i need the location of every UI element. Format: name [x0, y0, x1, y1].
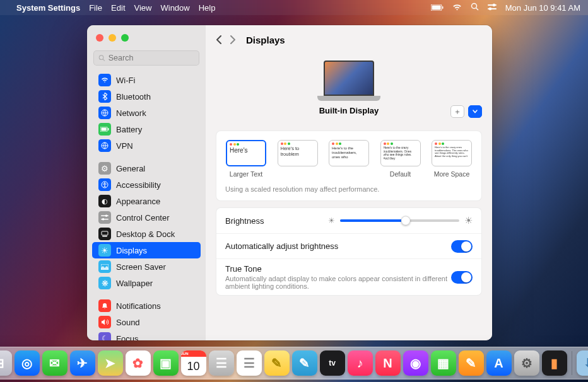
sidebar-item-label: Network: [116, 108, 146, 118]
resolution-panel: Here'sLarger TextHere's to troublemHere'…: [216, 130, 482, 201]
svg-point-8: [488, 7, 491, 10]
svg-point-9: [99, 55, 103, 60]
true-tone-toggle[interactable]: [451, 271, 473, 284]
battery-status-icon[interactable]: [431, 3, 444, 13]
dock-music[interactable]: ♪: [348, 350, 373, 376]
sidebar-item-battery[interactable]: Battery: [92, 121, 201, 137]
sidebar-item-wi-fi[interactable]: Wi-Fi: [92, 72, 201, 88]
resolution-option-label: Default: [380, 170, 421, 178]
resolution-option-2[interactable]: Here's to the troublemakers, ones who: [328, 140, 370, 178]
sidebar-item-sound[interactable]: Sound: [92, 314, 201, 330]
resolution-note: Using a scaled resolution may affect per…: [216, 183, 481, 200]
sidebar-item-general[interactable]: ⚙General: [92, 160, 201, 177]
disp-icon: ☀: [98, 244, 111, 257]
back-button[interactable]: [212, 33, 226, 47]
svg-line-4: [476, 8, 478, 11]
dock-notes[interactable]: ✎: [264, 350, 290, 376]
dock-news[interactable]: N: [375, 350, 401, 376]
dock-contacts[interactable]: ☰: [209, 350, 234, 376]
menu-file[interactable]: File: [89, 3, 102, 13]
brightness-label: Brightness: [225, 216, 328, 226]
true-tone-desc: Automatically adapt display to make colo…: [225, 275, 451, 290]
dd-icon: [98, 228, 111, 240]
close-button[interactable]: [96, 34, 103, 42]
dock-tv[interactable]: tv: [320, 350, 345, 376]
display-dropdown-button[interactable]: [468, 105, 482, 118]
dock-downloads[interactable]: ⬇: [577, 350, 589, 376]
zoom-button[interactable]: [121, 34, 129, 42]
search-icon: [98, 54, 105, 62]
resolution-option-3[interactable]: Here's to the crazy troublemakers. Ones …: [380, 140, 421, 178]
svg-rect-2: [442, 6, 444, 9]
dock-launchpad[interactable]: ⊞: [0, 350, 12, 376]
auto-brightness-toggle[interactable]: [451, 240, 473, 253]
dock-numbers[interactable]: ▦: [431, 350, 456, 376]
svg-rect-14: [108, 128, 109, 130]
svg-rect-1: [432, 5, 440, 9]
true-tone-label: True Tone: [225, 264, 451, 274]
sidebar-item-bluetooth[interactable]: Bluetooth: [92, 88, 201, 105]
cc-icon: [98, 211, 111, 224]
app-icon: ◐: [98, 195, 111, 207]
dock-calendar[interactable]: JUN10: [181, 350, 206, 376]
dock-podcasts[interactable]: ◉: [403, 350, 428, 376]
brightness-slider[interactable]: [340, 219, 459, 222]
search-field[interactable]: [93, 50, 199, 66]
menu-window[interactable]: Window: [160, 3, 189, 13]
sidebar-item-notifications[interactable]: Notifications: [92, 298, 201, 314]
main-pane: Displays Built-in Display ＋ Here'sLarger…: [206, 25, 492, 340]
resolution-option-0[interactable]: Here'sLarger Text: [225, 140, 267, 178]
sidebar-item-focus[interactable]: ☾Focus: [92, 330, 201, 340]
settings-window: Wi-FiBluetoothNetworkBatteryVPN⚙GeneralA…: [87, 25, 492, 340]
dock-safari[interactable]: ◎: [15, 350, 40, 376]
dock-iphonemirror[interactable]: ▮: [542, 350, 567, 376]
page-title: Displays: [246, 35, 285, 45]
control-center-icon[interactable]: [488, 3, 497, 13]
traffic-lights: [87, 25, 206, 50]
dock-freeform[interactable]: ✎: [292, 350, 317, 376]
menu-view[interactable]: View: [134, 3, 152, 13]
dock-appstore[interactable]: A: [486, 350, 512, 376]
sidebar-item-desktop-dock[interactable]: Desktop & Dock: [92, 226, 201, 242]
sidebar-item-displays[interactable]: ☀Displays: [92, 242, 201, 258]
svg-point-3: [471, 4, 476, 9]
dock-reminders[interactable]: ☰: [237, 350, 262, 376]
dock-pages[interactable]: ✎: [459, 350, 484, 376]
dock-settings[interactable]: ⚙: [514, 350, 539, 376]
menubar-app[interactable]: System Settings: [16, 3, 80, 13]
menubar: System Settings File Edit View Window He…: [0, 0, 588, 15]
snd-icon: [98, 316, 111, 328]
dock-messages[interactable]: ✉: [42, 350, 68, 376]
resolution-option-4[interactable]: Here's to the crazy ones troublemakers. …: [431, 140, 473, 178]
dock-facetime[interactable]: ▣: [153, 350, 179, 376]
wifi-status-icon[interactable]: [452, 3, 462, 13]
svg-point-21: [102, 218, 105, 221]
minimize-button[interactable]: [109, 34, 116, 42]
svg-rect-23: [102, 236, 107, 237]
resolution-option-label: Larger Text: [225, 170, 267, 178]
sidebar-item-accessibility[interactable]: Accessibility: [92, 177, 201, 193]
dock-photos[interactable]: ✿: [126, 350, 151, 376]
spotlight-icon[interactable]: [471, 3, 479, 13]
add-display-button[interactable]: ＋: [450, 105, 464, 118]
sidebar-item-label: Sound: [116, 318, 140, 327]
menubar-clock[interactable]: Mon Jun 10 9:41 AM: [505, 3, 580, 13]
titlebar: Displays: [206, 25, 492, 54]
display-hero: Built-in Display ＋: [216, 54, 482, 124]
sidebar-item-label: Wallpaper: [116, 279, 153, 288]
sidebar-item-vpn[interactable]: VPN: [92, 137, 201, 154]
sidebar-item-label: Bluetooth: [116, 92, 151, 101]
sidebar-item-wallpaper[interactable]: ❋Wallpaper: [92, 275, 201, 291]
forward-button[interactable]: [226, 33, 240, 47]
sidebar-item-network[interactable]: Network: [92, 105, 201, 121]
menu-help[interactable]: Help: [199, 3, 216, 13]
sidebar-item-appearance[interactable]: ◐Appearance: [92, 193, 201, 209]
svg-point-17: [104, 182, 105, 183]
dock-maps[interactable]: ➤: [98, 350, 123, 376]
sidebar-item-control-center[interactable]: Control Center: [92, 209, 201, 226]
resolution-option-1[interactable]: Here's to troublem: [277, 140, 319, 178]
search-input[interactable]: [109, 54, 194, 62]
dock-mail[interactable]: ✈: [70, 350, 95, 376]
menu-edit[interactable]: Edit: [111, 3, 125, 13]
sidebar-item-screen-saver[interactable]: Screen Saver: [92, 258, 201, 275]
